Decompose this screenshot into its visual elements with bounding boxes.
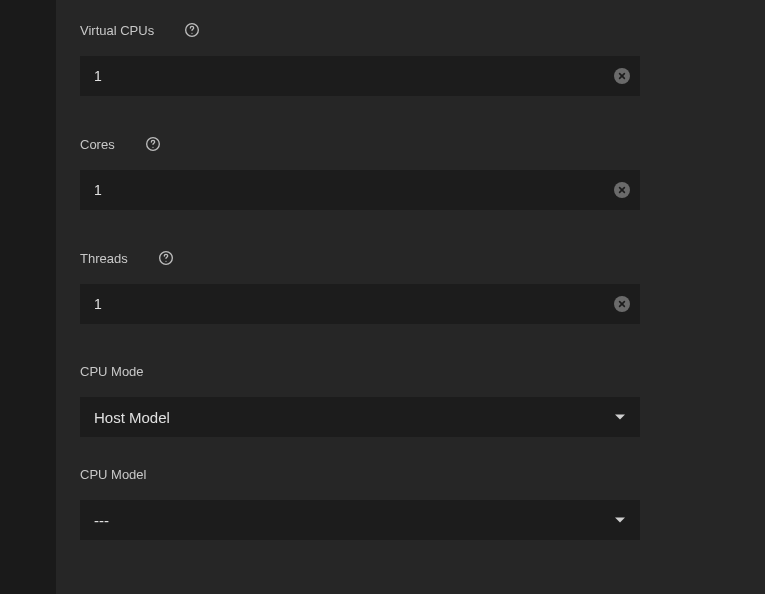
svg-point-5 (152, 147, 153, 148)
cores-help[interactable] (145, 136, 161, 152)
cpu-model-value: --- (94, 512, 626, 529)
svg-point-1 (192, 33, 193, 34)
threads-clear-button[interactable] (614, 296, 630, 312)
cpu-model-label: CPU Model (80, 467, 146, 482)
svg-point-9 (165, 261, 166, 262)
label-row: CPU Model (80, 467, 640, 482)
label-row: Virtual CPUs (80, 22, 640, 38)
label-row: CPU Mode (80, 364, 640, 379)
cores-label: Cores (80, 137, 115, 152)
cpu-model-select[interactable]: --- (80, 500, 640, 540)
field-cores: Cores (80, 136, 640, 210)
cpu-mode-value: Host Model (94, 409, 626, 426)
virtual-cpus-input[interactable] (80, 56, 640, 96)
caret-down-icon (614, 411, 626, 423)
help-icon (184, 22, 200, 38)
virtual-cpus-label: Virtual CPUs (80, 23, 154, 38)
field-threads: Threads (80, 250, 640, 324)
threads-input-wrap (80, 284, 640, 324)
cores-clear-button[interactable] (614, 182, 630, 198)
threads-input[interactable] (80, 284, 640, 324)
close-icon (618, 186, 626, 194)
close-icon (618, 72, 626, 80)
cores-input[interactable] (80, 170, 640, 210)
virtual-cpus-clear-button[interactable] (614, 68, 630, 84)
virtual-cpus-help[interactable] (184, 22, 200, 38)
left-rail (0, 0, 56, 594)
help-icon (158, 250, 174, 266)
cores-input-wrap (80, 170, 640, 210)
help-icon (145, 136, 161, 152)
field-cpu-mode: CPU Mode Host Model (80, 364, 640, 437)
label-row: Cores (80, 136, 640, 152)
settings-panel: Virtual CPUs Cores Thr (56, 0, 765, 594)
field-cpu-model: CPU Model --- (80, 467, 640, 540)
cpu-mode-label: CPU Mode (80, 364, 144, 379)
virtual-cpus-input-wrap (80, 56, 640, 96)
close-icon (618, 300, 626, 308)
label-row: Threads (80, 250, 640, 266)
threads-label: Threads (80, 251, 128, 266)
threads-help[interactable] (158, 250, 174, 266)
cpu-mode-select[interactable]: Host Model (80, 397, 640, 437)
caret-down-icon (614, 514, 626, 526)
field-virtual-cpus: Virtual CPUs (80, 22, 640, 96)
